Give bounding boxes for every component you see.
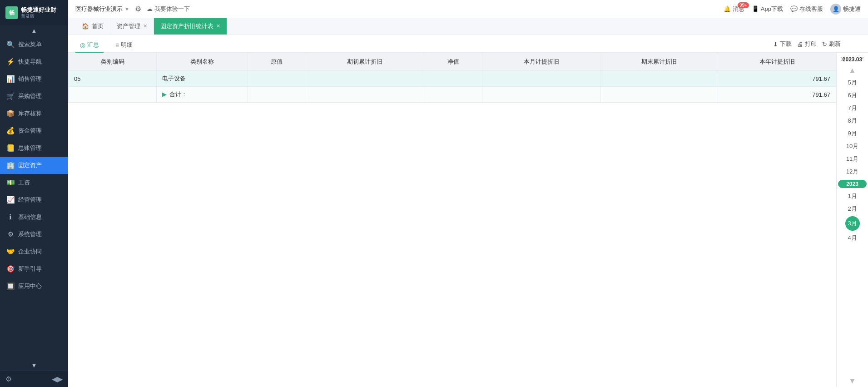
download-btn[interactable]: ⬇ 下载 bbox=[773, 40, 792, 48]
logo-title: 畅捷通好业财 bbox=[21, 6, 56, 14]
month-item-5[interactable]: 5月 bbox=[838, 76, 866, 89]
sidebar-item-fixed-assets[interactable]: 🏢 固定资产 bbox=[0, 157, 68, 174]
cloud-icon: ☁ bbox=[147, 5, 153, 12]
cell-original-value bbox=[248, 71, 306, 87]
sidebar-item-label: 系统管理 bbox=[18, 230, 42, 238]
system-icon: ⚙ bbox=[6, 230, 15, 238]
year-label-2023: 2023 bbox=[838, 180, 866, 188]
table-row[interactable]: 05 电子设备 791.67 bbox=[69, 71, 836, 87]
company-arrow-icon: ▼ bbox=[124, 6, 129, 12]
tab-asset-mgmt-label: 资产管理 bbox=[117, 22, 140, 30]
total-year-dep: 791.67 bbox=[718, 87, 836, 103]
sidebar-item-finance[interactable]: 💰 资金管理 bbox=[0, 122, 68, 139]
depreciation-table: 类别编码 类别名称 原值 期初累计折旧 净值 本月计提折旧 期末累计折旧 本年计… bbox=[68, 53, 836, 103]
tab-asset-mgmt[interactable]: 资产管理 ✕ bbox=[110, 18, 154, 35]
cell-accum-start bbox=[306, 71, 424, 87]
sidebar-item-system[interactable]: ⚙ 系统管理 bbox=[0, 226, 68, 243]
experience-btn[interactable]: ☁ 我要体验一下 bbox=[147, 5, 190, 13]
sidebar-item-app-center[interactable]: 🔲 应用中心 bbox=[0, 278, 68, 295]
refresh-icon: ↻ bbox=[822, 41, 827, 48]
month-item-4[interactable]: 4月 bbox=[838, 232, 866, 244]
service-btn[interactable]: 💬 在线客服 bbox=[790, 5, 823, 13]
content-area: ◎ 汇总 ≡ 明细 ⬇ 下载 🖨 打印 ↻ 刷新 bbox=[68, 35, 868, 387]
month-item-3[interactable]: 3月 bbox=[845, 216, 860, 231]
month-item-12[interactable]: 12月 bbox=[838, 165, 866, 178]
company-name: 医疗器械行业演示 bbox=[75, 5, 123, 13]
sidebar-item-purchase[interactable]: 🛒 采购管理 bbox=[0, 88, 68, 105]
sidebar-footer: ⚙ ◀▶ bbox=[0, 371, 68, 387]
sidebar-item-enterprise[interactable]: 🤝 企业协同 bbox=[0, 243, 68, 260]
tab-home[interactable]: 🏠 首页 bbox=[75, 18, 110, 35]
tab-depreciation-close[interactable]: ✕ bbox=[216, 23, 220, 29]
sidebar-item-operations[interactable]: 📈 经营管理 bbox=[0, 191, 68, 208]
col-category-name: 类别名称 bbox=[157, 53, 248, 71]
sidebar-item-salary[interactable]: 💵 工资 bbox=[0, 174, 68, 191]
sidebar-item-ledger[interactable]: 📒 总账管理 bbox=[0, 139, 68, 157]
month-item-11[interactable]: 11月 bbox=[838, 153, 866, 165]
sidebar-item-label: 企业协同 bbox=[18, 248, 42, 256]
month-list: 5月 6月 7月 8月 9月 10月 11月 12月 2023 1月 2月 3月… bbox=[837, 76, 868, 375]
notifications-btn[interactable]: 🔔 消息 99+ bbox=[724, 5, 744, 13]
user-label: 畅捷通 bbox=[843, 5, 861, 13]
bell-icon: 🔔 bbox=[724, 5, 731, 12]
settings-icon[interactable]: ⚙ bbox=[5, 375, 12, 383]
user-menu[interactable]: 👤 畅捷通 bbox=[830, 4, 861, 15]
topbar-settings-icon[interactable]: ⚙ bbox=[135, 5, 141, 13]
month-item-1[interactable]: 1月 bbox=[838, 190, 866, 203]
col-accum-start: 期初累计折旧 bbox=[306, 53, 424, 71]
cell-category-name: 电子设备 bbox=[157, 71, 248, 87]
sidebar-item-label: 固定资产 bbox=[18, 161, 42, 169]
month-item-10[interactable]: 10月 bbox=[838, 140, 866, 153]
month-item-6[interactable]: 6月 bbox=[838, 89, 866, 102]
tab-depreciation[interactable]: 固定资产折旧统计表 ✕ bbox=[154, 18, 227, 35]
sidebar-scroll-down[interactable]: ▼ bbox=[0, 360, 68, 371]
month-scroll-up[interactable]: ▲ bbox=[847, 64, 858, 76]
sidebar-item-label: 总账管理 bbox=[18, 144, 42, 152]
logo-icon: 畅 bbox=[5, 6, 18, 19]
month-item-2[interactable]: 2月 bbox=[838, 203, 866, 215]
month-item-9[interactable]: 9月 bbox=[838, 127, 866, 140]
sidebar-logo: 畅 畅捷通好业财 普及版 bbox=[0, 0, 68, 25]
sales-icon: 📊 bbox=[6, 75, 15, 83]
sidebar-item-guide[interactable]: 🎯 新手引导 bbox=[0, 260, 68, 278]
guide-icon: 🎯 bbox=[6, 265, 15, 273]
sidebar-item-basic-info[interactable]: ℹ 基础信息 bbox=[0, 208, 68, 226]
month-item-8[interactable]: 8月 bbox=[838, 114, 866, 127]
print-btn[interactable]: 🖨 打印 bbox=[797, 40, 817, 48]
cell-month-dep bbox=[482, 71, 600, 87]
col-category-code: 类别编码 bbox=[69, 53, 157, 71]
col-net-value: 净值 bbox=[424, 53, 482, 71]
refresh-btn[interactable]: ↻ 刷新 bbox=[822, 40, 841, 48]
company-selector[interactable]: 医疗器械行业演示 ▼ bbox=[75, 5, 129, 13]
download-btn[interactable]: 📱 App下载 bbox=[752, 5, 783, 13]
service-label: 在线客服 bbox=[799, 5, 823, 13]
sidebar-item-quick-nav[interactable]: ⚡ 快捷导航 bbox=[0, 53, 68, 70]
toolbar: ⬇ 下载 🖨 打印 ↻ 刷新 bbox=[773, 40, 841, 48]
tabbar: 🏠 首页 资产管理 ✕ 固定资产折旧统计表 ✕ bbox=[68, 18, 868, 35]
right-panel-close-btn[interactable]: ✕ bbox=[840, 55, 846, 63]
sidebar-item-inventory[interactable]: 📦 库存核算 bbox=[0, 105, 68, 122]
right-panel: ✕ 2023.03 ⤢ ▲ 5月 6月 7月 8月 9月 10月 11月 12月… bbox=[836, 53, 868, 387]
right-panel-expand-btn[interactable]: ⤢ bbox=[860, 55, 864, 62]
sidebar-item-label: 资金管理 bbox=[18, 127, 42, 135]
summary-icon: ◎ bbox=[80, 41, 85, 49]
tab-depreciation-label: 固定资产折旧统计表 bbox=[160, 22, 213, 30]
tab-asset-mgmt-close[interactable]: ✕ bbox=[143, 23, 147, 29]
sidebar-scroll-up[interactable]: ▲ bbox=[0, 25, 68, 36]
ledger-icon: 📒 bbox=[6, 144, 15, 152]
collapse-icon[interactable]: ◀▶ bbox=[52, 375, 63, 383]
download-toolbar-label: 下载 bbox=[780, 40, 792, 48]
operations-icon: 📈 bbox=[6, 196, 15, 204]
print-icon: 🖨 bbox=[797, 41, 803, 48]
sidebar-item-search[interactable]: 🔍 搜索菜单 bbox=[0, 36, 68, 53]
detail-icon: ≡ bbox=[115, 41, 119, 49]
subtab-detail[interactable]: ≡ 明细 bbox=[111, 38, 137, 53]
sidebar-item-sales[interactable]: 📊 销售管理 bbox=[0, 70, 68, 88]
sidebar-item-label: 快捷导航 bbox=[18, 58, 42, 66]
main-area: 医疗器械行业演示 ▼ ⚙ ☁ 我要体验一下 🔔 消息 99+ 📱 App下载 💬… bbox=[68, 0, 868, 387]
table-total-row: ▶ 合计： 791.67 bbox=[69, 87, 836, 103]
month-item-7[interactable]: 7月 bbox=[838, 102, 866, 114]
month-scroll-down[interactable]: ▼ bbox=[847, 375, 858, 387]
salary-icon: 💵 bbox=[6, 179, 15, 187]
subtab-summary[interactable]: ◎ 汇总 bbox=[75, 38, 104, 53]
